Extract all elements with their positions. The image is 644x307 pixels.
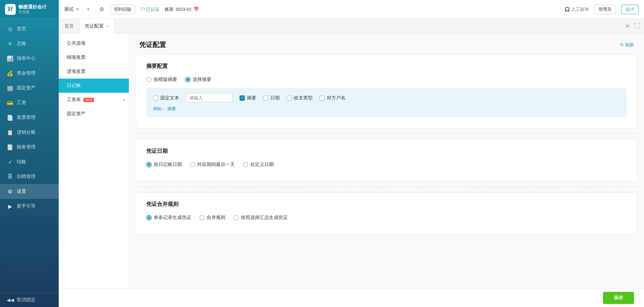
sidebar-icon-guide: ▶ bbox=[7, 203, 13, 210]
summary-options-box: 固定文本 摘要 日期 收支类型 bbox=[146, 88, 627, 117]
refresh-icon: ↻ bbox=[620, 42, 624, 47]
radio-merge-rules-label: 合并规则 bbox=[207, 215, 225, 221]
radio-single[interactable]: 单条记录生成凭证 bbox=[146, 215, 191, 221]
sidebar-item-purchase-sale[interactable]: 📋进销台账 bbox=[0, 125, 59, 140]
sidebar-icon-ledger: ≡ bbox=[7, 40, 13, 47]
sidebar-item-ledger[interactable]: ≡总账 bbox=[0, 36, 59, 51]
radio-select-summary[interactable]: 选择摘要 bbox=[185, 77, 211, 83]
merge-radio-group: 单条记录生成凭证 合并规则 按照选择汇总生成凭证 bbox=[146, 215, 627, 221]
certified-badge: 🛡 已认证 bbox=[141, 6, 159, 12]
radio-merge-rules-circle bbox=[199, 215, 205, 220]
checkbox-summary-sq bbox=[239, 95, 245, 101]
radio-template-circle bbox=[146, 77, 152, 82]
add-btn[interactable]: ＋ bbox=[84, 5, 93, 14]
date-title: 凭证日期 bbox=[146, 148, 627, 155]
config-nav-item-payroll-table[interactable]: 工资表 NEW› bbox=[59, 93, 129, 107]
config-nav-item-public[interactable]: 公共选项 bbox=[59, 36, 129, 50]
sidebar-icon-archive: 🗄 bbox=[7, 173, 13, 180]
config-nav-item-journal[interactable]: 日记账 bbox=[59, 79, 129, 93]
consult-btn[interactable]: 🎧 人工咨询 bbox=[565, 6, 589, 12]
sidebar-item-guide[interactable]: ▶新手引导 bbox=[0, 199, 59, 214]
fixed-text-input[interactable] bbox=[186, 93, 233, 102]
config-nav-item-sales-invoice[interactable]: 销项发票 bbox=[59, 50, 129, 64]
accountant-btn[interactable]: 会计 bbox=[621, 5, 639, 14]
radio-last-day[interactable]: 对应期间最后一天 bbox=[190, 162, 235, 168]
summary-section: 摘要配置 按模版摘要 选择摘要 固定文本 bbox=[136, 54, 637, 128]
example-value: 摘要 bbox=[167, 106, 176, 111]
consult-label: 人工咨询 bbox=[571, 6, 589, 12]
sidebar-item-archive[interactable]: 🗄归档管理 bbox=[0, 169, 59, 184]
save-btn[interactable]: 保存 bbox=[603, 292, 634, 304]
checkbox-counterpart-sq bbox=[319, 95, 325, 101]
sidebar-item-report[interactable]: 📊报表中心 bbox=[0, 51, 59, 66]
config-footer: 保存 bbox=[59, 288, 644, 307]
summary-radio-group: 按模版摘要 选择摘要 bbox=[146, 77, 627, 83]
topbar-right: 🎧 人工咨询 管理员 会计 bbox=[565, 5, 639, 14]
sidebar-item-home[interactable]: ⊙首页 bbox=[0, 21, 59, 36]
config-nav: 公共选项销项发票进项发票日记账工资表 NEW›固定资产 bbox=[59, 34, 129, 307]
checkbox-date-label: 日期 bbox=[270, 95, 280, 101]
fullscreen-btn[interactable]: ⛶ bbox=[634, 23, 640, 30]
radio-select-merge[interactable]: 按照选择汇总生成凭证 bbox=[233, 215, 288, 221]
sidebar-item-invoice[interactable]: 📄发票管理 bbox=[0, 110, 59, 125]
tab-voucher-config[interactable]: 凭证配置 × bbox=[79, 19, 114, 34]
radio-custom-date[interactable]: 自定义日期 bbox=[243, 162, 274, 168]
checkbox-fixed-text-sq bbox=[153, 95, 158, 101]
radio-custom-date-circle bbox=[243, 162, 248, 167]
sidebar-icon-tax: 📑 bbox=[7, 144, 13, 150]
date-section: 凭证日期 按日记账日期 对应期间最后一天 自定义日期 bbox=[136, 139, 637, 181]
config-nav-item-purchase-invoice[interactable]: 进项发票 bbox=[59, 64, 129, 79]
logo-sub: 专业版 bbox=[18, 9, 47, 14]
sidebar-item-salary[interactable]: 💳工资 bbox=[0, 95, 59, 110]
radio-last-day-circle bbox=[190, 162, 195, 167]
config-title: 凭证配置 bbox=[139, 40, 166, 49]
sidebar-icon-fixed-assets: 🏢 bbox=[7, 85, 13, 91]
logo-icon: 好 bbox=[5, 4, 16, 15]
sidebar-icon-report: 📊 bbox=[7, 55, 13, 62]
sidebar-nav: ⊙首页≡总账📊报表中心💰资金管理🏢固定资产💳工资📄发票管理📋进销台账📑税务管理✓… bbox=[0, 19, 59, 293]
radio-select-merge-circle bbox=[233, 215, 239, 220]
radio-template-summary[interactable]: 按模版摘要 bbox=[146, 77, 177, 83]
divider-1 bbox=[136, 134, 637, 134]
project-selector[interactable]: 测试 ▼ bbox=[64, 6, 79, 12]
close-window-btn[interactable]: ✕ bbox=[625, 23, 630, 30]
checkbox-counterpart-label: 对方户名 bbox=[327, 95, 345, 101]
checkbox-date[interactable]: 日期 bbox=[263, 95, 280, 101]
radio-select-label: 选择摘要 bbox=[193, 77, 211, 83]
config-nav-item-fixed-assets[interactable]: 固定资产 bbox=[59, 107, 129, 121]
cancel-fixed-btn[interactable]: ◀◀ 取消固定 bbox=[0, 293, 59, 307]
radio-journal-date-circle bbox=[146, 162, 152, 167]
radio-single-label: 单条记录生成凭证 bbox=[154, 215, 191, 221]
calendar-icon[interactable]: 📅 bbox=[194, 7, 199, 12]
checkbox-fixed-text[interactable]: 固定文本 bbox=[153, 95, 179, 101]
checkbox-income-type[interactable]: 收支类型 bbox=[286, 95, 313, 101]
radio-select-circle bbox=[185, 77, 191, 82]
project-name: 测试 bbox=[64, 6, 73, 12]
refresh-btn[interactable]: ↻ 刷新 bbox=[620, 42, 634, 48]
settings-btn[interactable]: ⚙ bbox=[97, 5, 106, 14]
cancel-fixed-label: 取消固定 bbox=[17, 297, 36, 303]
tab-close-btn[interactable]: × bbox=[106, 24, 109, 29]
sidebar-item-fixed-assets[interactable]: 🏢固定资产 bbox=[0, 81, 59, 95]
radio-merge-rules[interactable]: 合并规则 bbox=[199, 215, 225, 221]
checkbox-summary-label: 摘要 bbox=[247, 95, 256, 101]
sidebar-item-settlement[interactable]: ✓结账 bbox=[0, 155, 59, 169]
sidebar-item-tax[interactable]: 📑税务管理 bbox=[0, 140, 59, 155]
example-text: 例如： 摘要 bbox=[153, 106, 620, 112]
cancel-fixed-icon: ◀◀ bbox=[7, 297, 14, 303]
radio-journal-date-label: 按日记账日期 bbox=[154, 162, 182, 168]
config-content: 凭证配置 ↻ 刷新 摘要配置 按模版摘要 选择摘要 bbox=[129, 34, 644, 307]
radio-journal-date[interactable]: 按日记账日期 bbox=[146, 162, 182, 168]
checkbox-counterpart[interactable]: 对方户名 bbox=[319, 95, 345, 101]
switch-old-btn[interactable]: 切到旧版 bbox=[110, 5, 135, 14]
period-value: 2023-02 bbox=[175, 7, 192, 12]
manager-btn[interactable]: 管理员 bbox=[594, 5, 616, 14]
certified-label: 已认证 bbox=[146, 6, 159, 12]
sidebar-item-capital[interactable]: 💰资金管理 bbox=[0, 66, 59, 81]
tab-home[interactable]: 首页 bbox=[59, 19, 79, 34]
radio-template-label: 按模版摘要 bbox=[154, 77, 177, 83]
radio-single-circle bbox=[146, 215, 152, 220]
date-radio-group: 按日记账日期 对应期间最后一天 自定义日期 bbox=[146, 162, 627, 168]
sidebar-item-settings[interactable]: ⚙设置 bbox=[0, 184, 59, 199]
checkbox-summary[interactable]: 摘要 bbox=[239, 95, 256, 101]
